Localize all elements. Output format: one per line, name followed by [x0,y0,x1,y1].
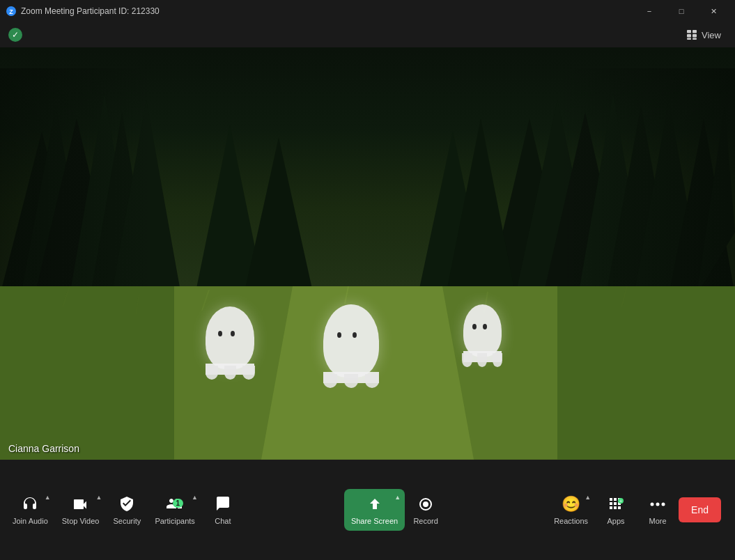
apps-button[interactable]: + Apps [595,489,637,531]
video-icon [71,495,91,514]
svg-rect-30 [0,286,174,460]
participants-icon: 1 [165,495,185,514]
video-scene [0,47,735,460]
ghost-eye [483,324,487,329]
svg-rect-2 [687,30,691,33]
ghost-eye [218,331,222,336]
view-label: View [702,30,721,40]
participants-button[interactable]: ▲ 1 Participants [148,489,201,531]
join-audio-button[interactable]: ▲ Join Audio [6,489,55,531]
maximize-button[interactable]: □ [665,0,697,22]
toolbar-inner: ▲ Join Audio ▲ Stop Video [0,460,735,560]
reactions-chevron[interactable]: ▲ [585,495,591,501]
ghost-eye [231,331,235,336]
video-area: Cianna Garrison [0,47,735,460]
svg-point-44 [662,503,665,506]
svg-point-39 [423,501,428,507]
stop-video-chevron[interactable]: ▲ [95,495,102,501]
share-screen-icon [365,495,385,514]
svg-text:Z: Z [9,8,13,15]
svg-rect-4 [687,34,691,38]
ghost-drape [320,374,382,388]
view-button[interactable]: View [681,26,727,43]
svg-point-42 [651,503,654,506]
grid-icon [686,29,697,40]
verified-badge: ✓ [8,28,22,42]
reactions-button[interactable]: ▲ 😊 Reactions [547,489,595,531]
more-button[interactable]: More [637,489,679,531]
window-title: Zoom Meeting Participant ID: 212330 [21,6,633,16]
more-label: More [649,517,667,525]
ghost-left [206,306,254,369]
participants-chevron[interactable]: ▲ [192,495,198,501]
join-audio-chevron[interactable]: ▲ [45,495,51,501]
svg-marker-23 [244,137,314,295]
window-controls: − □ ✕ [633,0,729,22]
security-icon [117,495,137,514]
security-label: Security [114,517,141,525]
record-icon [416,495,435,514]
chat-button[interactable]: Chat [202,489,244,531]
ghost-drape [202,366,258,380]
share-screen-chevron[interactable]: ▲ [394,495,401,501]
svg-rect-26 [0,68,153,295]
close-button[interactable]: ✕ [697,0,729,22]
stop-video-label: Stop Video [62,517,100,525]
svg-rect-5 [693,34,697,38]
participants-count-badge: 1 [173,499,184,508]
tree-silhouettes [0,68,735,295]
security-button[interactable]: Security [106,489,148,531]
reactions-label: Reactions [554,517,588,525]
toolbar-left: ▲ Join Audio ▲ Stop Video [6,489,244,531]
minimize-button[interactable]: − [633,0,665,22]
title-bar: Z Zoom Meeting Participant ID: 212330 − … [0,0,735,22]
share-screen-label: Share Screen [351,517,398,525]
end-button[interactable]: End [679,497,721,522]
svg-rect-6 [687,38,691,40]
apps-label: Apps [608,517,625,525]
ghost-drape [460,353,505,367]
reactions-icon: 😊 [562,495,581,514]
share-screen-button[interactable]: ▲ Share Screen [344,489,405,531]
apps-icon: + [606,495,626,514]
svg-point-43 [656,503,660,506]
ghost-body-left [206,306,254,369]
participants-label: Participants [155,517,194,525]
svg-rect-3 [693,30,697,33]
toolbar: ▲ Join Audio ▲ Stop Video [0,460,735,560]
svg-text:+: + [619,499,622,504]
participant-name-label: Cianna Garrison [0,437,88,460]
svg-rect-31 [557,286,735,460]
svg-rect-27 [557,68,735,295]
stop-video-button[interactable]: ▲ Stop Video [55,489,107,531]
record-label: Record [413,517,438,525]
top-bar: ✓ View [0,22,735,47]
ghost-right [463,304,502,357]
headphone-icon [20,495,40,514]
ghost-eye [353,332,357,338]
toolbar-right: ▲ 😊 Reactions + Apps [547,489,729,531]
record-button[interactable]: Record [405,489,447,531]
shield-check-icon: ✓ [8,28,22,42]
app-icon: Z [6,6,17,17]
ghost-center [323,304,379,378]
ghost-body-right [463,304,502,357]
ghost-body-center [323,304,379,378]
svg-rect-7 [693,38,697,40]
more-icon [648,495,667,514]
chat-label: Chat [215,517,231,525]
join-audio-label: Join Audio [13,517,48,525]
ghost-eye [472,324,477,329]
toolbar-center: ▲ Share Screen Record [344,489,447,531]
ghost-eye [337,332,341,338]
chat-icon [213,495,233,514]
